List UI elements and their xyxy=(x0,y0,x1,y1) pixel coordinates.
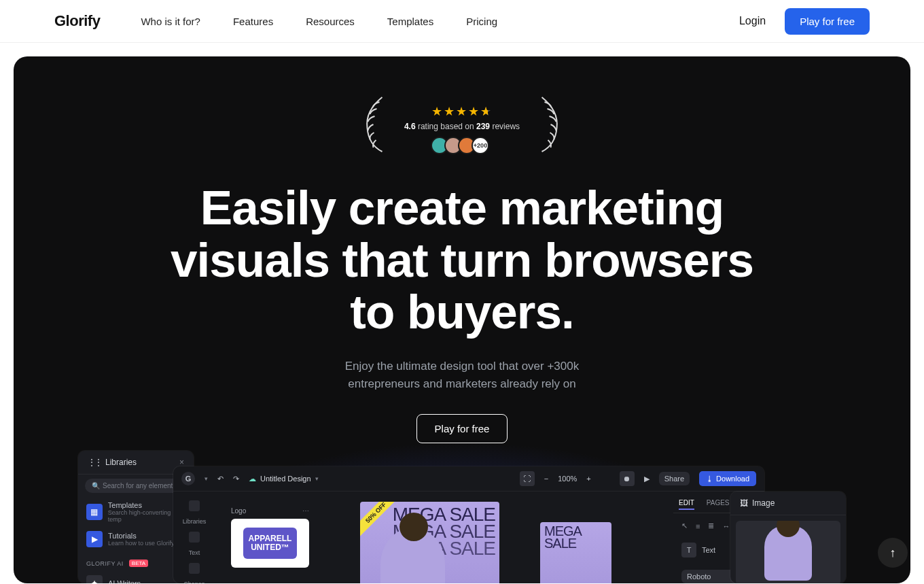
app-logo-icon[interactable]: G xyxy=(181,472,195,485)
left-tool-strip: Libraries Text Shapes xyxy=(180,500,209,583)
search-icon: 🔍 xyxy=(92,482,100,489)
reviews-count: 239 xyxy=(476,122,490,131)
site-header: Glorify Who is it for? Features Resource… xyxy=(0,0,924,43)
brand-line: UNITED™ xyxy=(249,543,292,552)
tool-text[interactable]: Text xyxy=(189,549,200,556)
nav-resources[interactable]: Resources xyxy=(306,16,355,27)
plus-icon[interactable] xyxy=(189,500,200,511)
menu-icon: ⋮⋮ xyxy=(88,458,101,467)
crop-icon[interactable]: ⛶ xyxy=(520,471,535,486)
chevron-down-icon[interactable]: ▾ xyxy=(205,475,208,482)
tutorials-sub: Learn how to use Glorify xyxy=(108,540,175,547)
text-icon[interactable] xyxy=(189,532,200,543)
zoom-in-icon[interactable]: + xyxy=(586,475,590,483)
download-label: Download xyxy=(716,475,749,483)
rating-value: 4.6 xyxy=(404,122,416,131)
scroll-to-top-button[interactable]: ↑ xyxy=(878,538,908,568)
share-button[interactable]: Share xyxy=(659,472,690,485)
tutorials-label: Tutorials xyxy=(108,532,175,540)
align-left-icon[interactable]: ≡ xyxy=(696,522,700,530)
libraries-search[interactable]: 🔍Search for any element xyxy=(85,479,187,493)
flip-h-icon[interactable]: ↔ xyxy=(722,522,730,530)
tool-shapes[interactable]: Shapes xyxy=(184,581,205,583)
doc-name[interactable]: Untitled Design xyxy=(260,475,311,483)
image-panel: 🖼 Image xyxy=(730,492,846,583)
reviews-suffix: reviews xyxy=(490,122,520,131)
play-icon[interactable]: ▶ xyxy=(644,475,650,483)
hero-section: ★★★★★★ 4.6 rating based on 239 reviews +… xyxy=(14,56,910,583)
logo-artboard[interactable]: Logo ⋯ APPARELL UNITED™ xyxy=(231,507,309,568)
star-rating-icon: ★★★★★★ xyxy=(431,104,493,119)
text-label: Text xyxy=(702,546,715,554)
arrow-up-icon: ↑ xyxy=(890,546,896,560)
rating-mid: rating based on xyxy=(416,122,476,131)
nav-pricing[interactable]: Pricing xyxy=(466,16,497,27)
app-topbar: G ▾ ↶ ↷ ☁ Untitled Design ▾ ⛶ − 100% + ⏺ xyxy=(173,466,764,492)
brand-logo-mock: APPARELL UNITED™ xyxy=(243,528,298,558)
record-icon[interactable]: ⏺ xyxy=(620,471,635,486)
nav-templates[interactable]: Templates xyxy=(387,16,433,27)
grid-icon: ▦ xyxy=(86,504,103,520)
main-canvas-panel: G ▾ ↶ ↷ ☁ Untitled Design ▾ ⛶ − 100% + ⏺ xyxy=(173,466,764,583)
ai-section-label: GLORIFY AI xyxy=(86,560,124,567)
hero-title-line: visuals that turn browsers xyxy=(171,233,753,287)
login-link[interactable]: Login xyxy=(739,15,766,27)
zoom-value[interactable]: 100% xyxy=(558,475,577,483)
rating-badge: ★★★★★★ 4.6 rating based on 239 reviews +… xyxy=(374,94,550,158)
hero-subtitle: Enjoy the ultimate design tool that over… xyxy=(14,358,910,394)
image-panel-header: 🖼 Image xyxy=(730,492,846,515)
cursor-icon[interactable]: ↖ xyxy=(681,521,688,530)
hero-play-for-free-button[interactable]: Play for free xyxy=(416,414,508,443)
play-for-free-button[interactable]: Play for free xyxy=(785,8,870,35)
download-icon: ⭳ xyxy=(706,475,713,483)
image-preview[interactable] xyxy=(736,521,840,583)
redo-icon[interactable]: ↷ xyxy=(233,475,239,483)
nav-who-is-it-for[interactable]: Who is it for? xyxy=(141,16,200,27)
laurel-left-icon xyxy=(360,94,391,155)
logo-box: APPARELL UNITED™ xyxy=(231,519,309,568)
brand-logo[interactable]: Glorify xyxy=(54,12,100,30)
primary-nav: Who is it for? Features Resources Templa… xyxy=(141,16,497,27)
image-panel-title: Image xyxy=(752,498,775,508)
tab-pages[interactable]: PAGES xyxy=(707,499,730,510)
logo-label: Logo xyxy=(231,507,246,515)
undo-icon[interactable]: ↶ xyxy=(217,475,224,483)
hero-title: Easily create marketing visuals that tur… xyxy=(14,182,910,339)
hero-wrap: ★★★★★★ 4.6 rating based on 239 reviews +… xyxy=(0,43,924,584)
hero-title-line: to buyers. xyxy=(350,285,573,339)
close-icon[interactable]: × xyxy=(179,458,184,467)
model-cutout xyxy=(764,526,812,581)
beta-badge: BETA xyxy=(129,560,148,567)
libraries-title: Libraries xyxy=(105,458,137,467)
nav-features[interactable]: Features xyxy=(233,16,273,27)
cloud-icon: ☁ xyxy=(249,475,256,483)
search-placeholder: Search for any element xyxy=(103,482,173,489)
mega-line: SALE xyxy=(544,537,582,549)
download-button[interactable]: ⭳ Download xyxy=(699,471,756,486)
header-right: Login Play for free xyxy=(739,8,870,35)
hero-sub-line: entrepreneurs and marketers already rely… xyxy=(348,377,575,390)
zoom-out-icon[interactable]: − xyxy=(544,475,548,483)
tool-libraries[interactable]: Libraries xyxy=(183,518,207,525)
reviewer-avatars: +200 xyxy=(435,137,489,154)
play-icon: ▶ xyxy=(86,531,103,547)
laurel-right-icon xyxy=(533,94,564,155)
tab-edit[interactable]: EDIT xyxy=(679,499,694,510)
sparkle-icon: ✦ xyxy=(86,575,103,583)
hero-sub-line: Enjoy the ultimate design tool that over… xyxy=(345,360,579,373)
story-artboard[interactable]: Story MEGA SALE xyxy=(540,522,611,583)
app-preview: ⋮⋮Libraries × 🔍Search for any element ▦ … xyxy=(78,447,846,583)
ai-writers-label: AI Writers xyxy=(108,579,141,583)
avatar-count: +200 xyxy=(472,137,489,154)
image-icon: 🖼 xyxy=(740,498,748,508)
chevron-down-icon[interactable]: ▾ xyxy=(315,475,319,482)
shapes-icon[interactable] xyxy=(189,563,200,574)
rating-text: 4.6 rating based on 239 reviews xyxy=(404,122,520,131)
hero-title-line: Easily create marketing xyxy=(200,181,724,235)
video-artboard[interactable]: Video 50% OFF MEGA SALE MEGA SALE MEGA S… xyxy=(360,502,499,583)
align-center-icon[interactable]: ≣ xyxy=(708,521,714,530)
mega-sale-text: MEGA SALE xyxy=(544,525,582,549)
text-icon: T xyxy=(681,543,696,557)
artboard-controls-icon[interactable]: ⋯ xyxy=(302,507,309,515)
